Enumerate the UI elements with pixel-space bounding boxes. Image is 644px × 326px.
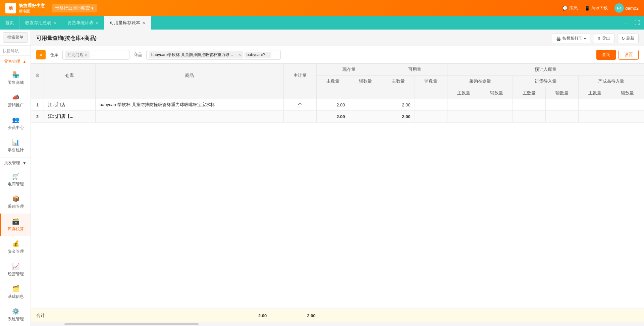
sidebar-search-wrap: 搜索菜单 <box>0 30 31 46</box>
col-incoming: 进货待入量 <box>513 76 578 87</box>
sidebar-item-system[interactable]: ⚙️ 系统管理 <box>0 304 31 326</box>
horizontal-scrollbar[interactable] <box>31 322 644 326</box>
tab-close-receipts[interactable]: ✕ <box>53 21 56 25</box>
filter-actions: 查询 设置 <box>596 50 639 60</box>
col-stock-main: 主数量 <box>316 76 349 87</box>
print-btn[interactable]: 🖨️ 按模板打印 ▾ <box>552 34 590 43</box>
tab-bar-right: — ⛶ <box>623 18 644 27</box>
col-incoming-main: 主数量 <box>513 87 546 99</box>
filter-row: » 仓库 江北门店 ✕ ... 商品 babycare学饮杯 儿童防摔防撞吸管杯… <box>31 46 644 63</box>
refresh-btn[interactable]: ↻ 刷新 <box>617 34 639 43</box>
col-production-aux: 辅数量 <box>611 87 644 99</box>
col-warehouse: 仓库 <box>44 64 96 87</box>
download-icon: 📱 <box>585 6 590 11</box>
print-icon: 🖨️ <box>556 36 561 41</box>
minimize-btn[interactable]: — <box>623 18 631 27</box>
col-stock-aux: 辅数量 <box>349 76 382 87</box>
goods-label: 商品 <box>133 52 142 58</box>
app-logo: 畅 畅捷通好生意 标准版 <box>5 3 45 14</box>
logo-icon: 畅 <box>5 3 16 13</box>
col-gear[interactable]: ⚙ <box>31 64 44 87</box>
goods-tag2: babycare?... <box>245 52 271 58</box>
basic-icon: 🗂️ <box>12 285 19 292</box>
warehouse-input[interactable]: 江北门店 ✕ ... <box>62 50 129 60</box>
industry-selector[interactable]: 母婴行业演示账套 ▾ <box>52 4 97 12</box>
row2-purchase-main <box>447 111 480 123</box>
row1-incoming-aux <box>546 99 579 111</box>
sidebar-item-ecommerce[interactable]: 🛒 电商管理 <box>0 169 31 191</box>
col-goods: 商品 <box>95 64 283 87</box>
row1-num: 1 <box>31 99 44 111</box>
message-btn[interactable]: 💬 消息 <box>562 5 578 11</box>
row2-goods <box>95 111 283 123</box>
query-btn[interactable]: 查询 <box>596 50 616 60</box>
row1-unit: 个 <box>284 99 317 111</box>
sidebar-item-retail-shop[interactable]: 🏪 零售商城 <box>0 67 31 90</box>
settings-btn[interactable]: 设置 <box>619 50 639 60</box>
sidebar-item-operations[interactable]: 📈 经营管理 <box>0 259 31 281</box>
sidebar-item-marketing[interactable]: 📣 营销推广 <box>0 90 31 112</box>
row2-stock-aux <box>349 111 382 123</box>
table-row: 1 江北门店 babycare学饮杯 儿童防摔防撞吸管杯重力球吸嘴杯宝宝水杯 个… <box>31 99 644 111</box>
row2-stock-main: 2.00 <box>316 111 349 123</box>
footer-avail-main: 2.00 <box>307 313 315 318</box>
chevron-down-icon: ▾ <box>91 6 94 11</box>
row1-production-aux <box>611 99 644 111</box>
sidebar-item-finance[interactable]: 💰 资金管理 <box>0 236 31 259</box>
tab-close-orders[interactable]: ✕ <box>96 21 99 25</box>
col-available: 可用量 <box>382 64 447 76</box>
page-header: 可用量查询(按仓库+商品) 🖨️ 按模板打印 ▾ ⬆ 导出 ↻ 刷新 <box>31 30 644 46</box>
user-menu[interactable]: Ea demo2 <box>614 3 639 13</box>
goods-input[interactable]: babycare学饮杯 儿童防摔防撞吸管杯重力球吸嘴杯宝宝水杯 ✕ babyca… <box>146 50 281 60</box>
goods-tag1: babycare学饮杯 儿童防摔防撞吸管杯重力球吸嘴杯宝宝水杯 ✕ <box>149 51 243 58</box>
sidebar-item-wholesale[interactable]: 批发管理 ▼ <box>0 157 31 169</box>
warehouse-label: 仓库 <box>50 52 58 58</box>
tab-bar: 首页 收发存汇总表 ✕ 要货单统计表 ✕ 可用量库存账本 ✕ — ⛶ <box>0 16 644 30</box>
quick-nav-label: 快捷导航 <box>0 46 31 56</box>
col-incoming-aux: 辅数量 <box>546 87 579 99</box>
sidebar-item-retail-stats[interactable]: 📊 零售统计 <box>0 135 31 157</box>
export-btn[interactable]: ⬆ 导出 <box>593 34 614 43</box>
ecommerce-icon: 🛒 <box>12 173 19 180</box>
page-title: 可用量查询(按仓库+商品) <box>36 35 97 42</box>
data-table: ⚙ 仓库 商品 主计量 现存量 可用量 预计入库量 主数量 辅数量 主数量 辅数… <box>31 63 644 123</box>
col-production-main: 主数量 <box>578 87 611 99</box>
filter-toggle-btn[interactable]: » <box>36 50 46 59</box>
sidebar-item-basic[interactable]: 🗂️ 基础信息 <box>0 281 31 304</box>
col-stock: 现存量 <box>316 64 382 76</box>
goods-more[interactable]: ... <box>272 52 278 57</box>
sidebar-item-retail[interactable]: 零售管理 ▲ <box>0 56 31 67</box>
tab-home[interactable]: 首页 <box>0 16 20 30</box>
tab-close-inventory[interactable]: ✕ <box>142 21 145 25</box>
col-avail-main: 主数量 <box>382 76 415 87</box>
warehouse-tag-close[interactable]: ✕ <box>85 53 88 57</box>
search-menu-btn[interactable]: 搜索菜单 <box>3 32 28 43</box>
sidebar-item-members[interactable]: 👥 会员中心 <box>0 112 31 135</box>
maximize-btn[interactable]: ⛶ <box>633 18 641 27</box>
tab-receipts[interactable]: 收发存汇总表 ✕ <box>20 16 62 30</box>
sidebar-item-inventory[interactable]: 🗃️ 库存核算 <box>0 214 31 236</box>
row2-num: 2 <box>31 111 44 123</box>
row2-avail-main: 2.00 <box>382 111 415 123</box>
row2-incoming-aux <box>546 111 579 123</box>
export-icon: ⬆ <box>597 36 601 41</box>
shop-icon: 🏪 <box>12 71 19 79</box>
row2-warehouse: 江北门店【... <box>44 111 96 123</box>
row1-stock-aux <box>349 99 382 111</box>
col-unit: 主计量 <box>284 64 317 87</box>
col-purchase-transit: 采购在途量 <box>447 76 513 87</box>
sidebar: 搜索菜单 快捷导航 零售管理 ▲ 🏪 零售商城 📣 营销推广 👥 会员中心 📊 … <box>0 30 31 326</box>
app-download-btn[interactable]: 📱 App下载 <box>585 5 608 11</box>
app-title: 畅捷通好生意 <box>19 3 45 9</box>
stats-icon: 📊 <box>12 139 19 146</box>
row1-purchase-main <box>447 99 480 111</box>
warehouse-more[interactable]: ... <box>91 52 97 57</box>
table-row-subtotal: 2 江北门店【... 2.00 2.00 <box>31 111 644 123</box>
row1-incoming-main <box>513 99 546 111</box>
row1-purchase-aux <box>480 99 513 111</box>
sidebar-item-purchase[interactable]: 📦 采购管理 <box>0 191 31 214</box>
tab-orders[interactable]: 要货单统计表 ✕ <box>62 16 104 30</box>
goods-tag1-close[interactable]: ✕ <box>238 53 241 57</box>
tab-inventory[interactable]: 可用量库存账本 ✕ <box>104 16 151 30</box>
message-icon: 💬 <box>562 6 568 11</box>
